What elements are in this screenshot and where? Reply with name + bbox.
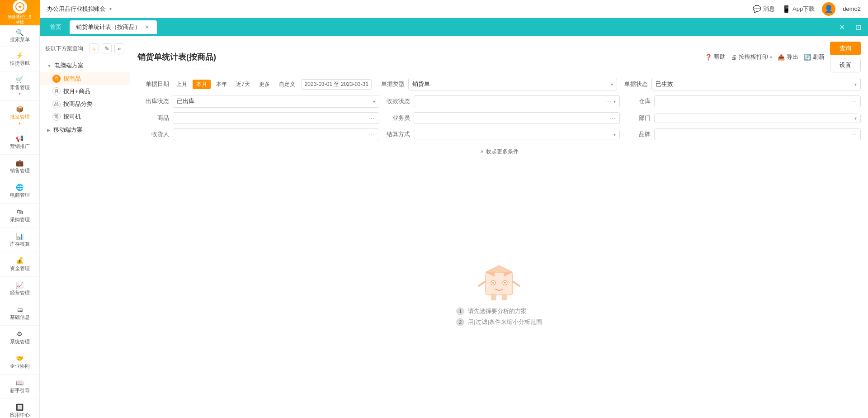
sidebar-item-inventory[interactable]: 📊 库存核算 xyxy=(0,228,39,252)
print-btn[interactable]: 🖨 按模板打印 ▾ xyxy=(731,53,772,61)
sidebar-item-marketing[interactable]: 📢 营销推广 xyxy=(0,130,39,155)
out-status-select[interactable]: 已出库 ▾ xyxy=(173,95,379,108)
date-tab-last-month[interactable]: 上月 xyxy=(173,80,191,89)
export-icon: 📤 xyxy=(778,54,785,61)
tip-text-2: 用[过滤]条件来缩小分析范围 xyxy=(468,318,542,326)
add-scheme-btn[interactable]: + xyxy=(89,43,99,53)
date-range-display[interactable]: 2023-03-01 至 2023-03-31 xyxy=(302,79,372,90)
app-logo-text: 畅捷通好生意 xyxy=(8,14,32,19)
collapse-panel-btn[interactable]: « xyxy=(114,43,124,53)
sidebar-item-wholesale[interactable]: 📦 批发管理 ▲ xyxy=(0,101,39,130)
sidebar-item-guide[interactable]: 📖 新手引导 xyxy=(0,375,39,399)
collapse-filters-btn[interactable]: ∧ 收起更多条件 xyxy=(137,145,861,158)
tab-sales-stat-label: 销货单统计表（按商品） xyxy=(76,23,141,31)
date-tab-more[interactable]: 更多 xyxy=(255,80,274,89)
page-title-bar: 销货单统计表(按商品) ❓ 帮助 🖨 按模板打印 ▾ xyxy=(137,42,861,72)
sidebar-item-app-center[interactable]: 🔲 应用中心 xyxy=(0,399,39,418)
bill-type-select[interactable]: 销货单 ▾ xyxy=(408,78,618,90)
sidebar-item-enterprise[interactable]: 🤝 企业协同 xyxy=(0,350,39,375)
sidebar-item-system[interactable]: ⚙ 系统管理 xyxy=(0,326,39,350)
date-tab-custom[interactable]: 自定义 xyxy=(275,80,299,89)
settle-select[interactable]: ▾ xyxy=(414,130,620,139)
top-header: 办公用品行业模拟账套 ▾ 💬 消息 📱 App下载 👤 demo2 xyxy=(40,0,868,18)
bill-status-select[interactable]: 已生效 ▾ xyxy=(651,78,861,90)
app-download-btn[interactable]: 📱 App下载 xyxy=(782,5,815,13)
tab-close-btn[interactable]: ✕ xyxy=(143,24,151,31)
product-select[interactable]: ··· xyxy=(173,112,379,124)
help-btn[interactable]: ❓ 帮助 xyxy=(705,53,726,61)
warehouse-label: 仓库 xyxy=(623,97,651,105)
tree-by-driver[interactable]: 司 按司机 xyxy=(40,110,130,123)
by-product-icon: 商 xyxy=(52,75,61,83)
print-icon: 🖨 xyxy=(731,54,737,61)
tab-minimize-btn[interactable]: ✕ xyxy=(835,21,848,33)
product-dots-icon: ··· xyxy=(368,114,375,122)
left-panel-title: 按以下方案查询 xyxy=(45,45,83,52)
by-product-label: 按商品 xyxy=(63,75,81,83)
message-label: 消息 xyxy=(763,5,775,13)
refresh-btn[interactable]: 🔄 刷新 xyxy=(804,53,825,61)
sidebar-item-purchase[interactable]: 🛍 采购管理 xyxy=(0,204,39,228)
tree-desktop-label: 电脑端方案 xyxy=(54,62,84,70)
warehouse-select[interactable]: ··· xyxy=(654,95,861,107)
message-btn[interactable]: 💬 消息 xyxy=(753,5,775,13)
sidebar-item-sales[interactable]: 💼 销售管理 xyxy=(0,155,39,179)
tip-num-2: 2 xyxy=(456,318,464,326)
tab-sales-stat[interactable]: 销货单统计表（按商品） ✕ xyxy=(70,20,157,34)
sidebar-search[interactable]: 🔍 搜索菜单 xyxy=(0,25,39,47)
receiver-label: 收货人 xyxy=(137,130,169,138)
tab-home[interactable]: 首页 xyxy=(43,20,68,34)
by-category-icon: 品 xyxy=(52,100,61,108)
settings-btn[interactable]: 设置 xyxy=(830,58,861,72)
query-btn[interactable]: 查询 xyxy=(830,42,861,55)
tree-by-product[interactable]: 商 按商品 xyxy=(40,72,130,85)
sales-label: 销售管理 xyxy=(10,167,30,174)
tree-by-month-product[interactable]: 月 按月+商品 xyxy=(40,85,130,98)
date-tab-this-month[interactable]: 本月 xyxy=(193,80,211,89)
user-avatar[interactable]: 👤 xyxy=(822,2,835,16)
app-dropdown-arrow[interactable]: ▾ xyxy=(109,6,112,11)
tab-bar-actions: ✕ ⊡ xyxy=(835,21,864,33)
dept-select[interactable]: ▾ xyxy=(654,114,861,123)
empty-tip-2: 2 用[过滤]条件来缩小分析范围 xyxy=(456,318,542,326)
export-btn[interactable]: 📤 导出 xyxy=(778,53,798,61)
print-dropdown-icon[interactable]: ▾ xyxy=(770,55,772,60)
bill-type-label: 单据类型 xyxy=(377,80,405,88)
date-tab-this-year[interactable]: 本年 xyxy=(212,80,231,89)
sidebar-item-finance[interactable]: 💰 资金管理 xyxy=(0,252,39,277)
sidebar-item-operations[interactable]: 📈 经营管理 xyxy=(0,277,39,301)
user-name[interactable]: demo2 xyxy=(843,5,861,12)
tree-desktop[interactable]: ▼ 电脑端方案 xyxy=(40,59,130,72)
sidebar-item-ecommerce[interactable]: 🌐 电商管理 xyxy=(0,179,39,204)
tree-arrow-icon-mobile: ▶ xyxy=(47,128,51,133)
svg-line-7 xyxy=(513,281,519,286)
help-icon: ❓ xyxy=(705,54,712,61)
empty-tip-1: 1 请先选择要分析的方案 xyxy=(456,307,542,315)
page-content: 按以下方案查询 + ✎ « ▼ 电脑端方案 商 按商品 xyxy=(40,36,868,418)
dept-label: 部门 xyxy=(623,114,651,122)
header-left: 办公用品行业模拟账套 ▾ xyxy=(47,5,112,13)
sidebar-item-retail[interactable]: 🛒 零售管理 ▼ xyxy=(0,71,39,101)
tree-by-product-category[interactable]: 品 按商品分类 xyxy=(40,98,130,110)
system-label: 系统管理 xyxy=(10,338,30,345)
date-tab-7days[interactable]: 近7天 xyxy=(232,80,254,89)
print-label: 按模板打印 xyxy=(739,53,768,61)
filter-area: 销货单统计表(按商品) ❓ 帮助 🖨 按模板打印 ▾ xyxy=(130,36,868,164)
svg-rect-1 xyxy=(486,272,513,295)
svg-point-5 xyxy=(504,282,506,284)
svg-rect-9 xyxy=(502,294,507,300)
brand-select[interactable]: ··· xyxy=(654,128,861,140)
edit-scheme-btn[interactable]: ✎ xyxy=(102,43,112,53)
sidebar-item-quick-nav[interactable]: ⚡ 快捷导航 xyxy=(0,47,39,71)
svg-rect-8 xyxy=(491,294,496,300)
left-panel-actions: + ✎ « xyxy=(89,43,124,53)
app-logo[interactable]: 畅捷通好生意 标版 xyxy=(0,0,40,25)
receiver-select[interactable]: ··· xyxy=(173,128,379,140)
tree-mobile[interactable]: ▶ 移动端方案 xyxy=(40,123,130,137)
salesperson-select[interactable]: ··· xyxy=(414,112,620,124)
empty-illustration xyxy=(472,256,526,302)
quick-nav-label: 快捷导航 xyxy=(10,60,30,66)
collect-status-select[interactable]: ··· ▾ xyxy=(414,95,620,107)
tab-maximize-btn[interactable]: ⊡ xyxy=(852,21,864,33)
sidebar-item-basic[interactable]: 🗂 基础信息 xyxy=(0,301,39,326)
